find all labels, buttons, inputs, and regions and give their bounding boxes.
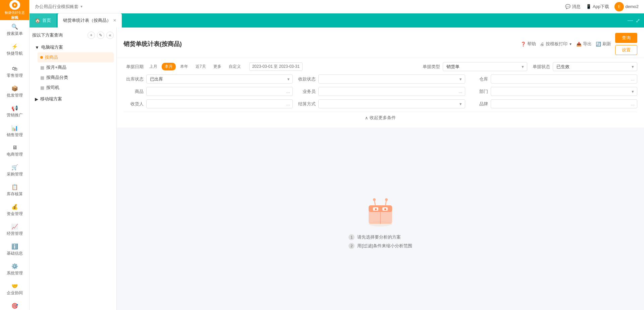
brand-label: 品牌 — [468, 101, 488, 107]
refresh-icon: 🔄 — [596, 42, 601, 47]
payment-select[interactable] — [318, 99, 465, 108]
workspace-label: 办公用品行业模拟账套 — [35, 4, 78, 10]
salesman-input[interactable] — [318, 87, 465, 96]
out-status-select[interactable]: 已出库 — [146, 74, 293, 84]
query-btn[interactable]: 查询 — [615, 33, 637, 43]
sidebar-item-basic[interactable]: ℹ️ 基础信息 — [0, 240, 29, 260]
goods-label: 商品 — [123, 89, 144, 95]
goods-dots-icon[interactable]: … — [286, 89, 290, 94]
collapse-panel-btn[interactable]: « — [106, 32, 114, 39]
svg-line-10 — [385, 200, 386, 205]
help-label: 帮助 — [527, 41, 536, 47]
sidebar-item-ecommerce[interactable]: 🖥 电商管理 — [0, 141, 29, 161]
sidebar-item-finance[interactable]: 💰 资金管理 — [0, 200, 29, 220]
sidebar-item-search[interactable]: 🔍 搜索菜单 — [0, 20, 29, 40]
settings-btn[interactable]: 设置 — [615, 45, 637, 55]
date-tab-more[interactable]: 更多 — [210, 63, 224, 70]
warehouse-dots-icon[interactable]: … — [631, 77, 635, 82]
app-download-btn[interactable]: 📱 App下载 — [586, 4, 609, 10]
user-menu[interactable]: E demo2 — [614, 2, 639, 11]
tree-parent-desktop[interactable]: ▼ 电脑端方案 — [32, 42, 114, 52]
sidebar-item-wholesale[interactable]: 📦 批发管理 — [0, 82, 29, 102]
dept-select[interactable] — [491, 87, 637, 96]
workspace-selector[interactable]: 办公用品行业模拟账套 ▼ — [35, 4, 83, 10]
marketing-icon: 📢 — [11, 105, 18, 111]
salesman-label: 业务员 — [296, 89, 316, 95]
brand-dots-icon[interactable]: … — [631, 102, 635, 106]
stock-icon: 📋 — [11, 184, 18, 190]
collapse-up-icon: ∧ — [365, 115, 368, 120]
date-tab-this-month[interactable]: 本月 — [162, 63, 176, 70]
goods-input[interactable] — [146, 87, 293, 96]
search-icon: 🔍 — [11, 23, 18, 30]
collapse-label: 收起更多条件 — [370, 115, 396, 121]
refresh-btn[interactable]: 🔄 刷新 — [596, 41, 611, 47]
date-range[interactable]: 2023-03-01 至 2023-03-31 — [249, 62, 303, 71]
add-scheme-btn[interactable]: + — [88, 32, 95, 39]
sidebar-item-collab[interactable]: 🤝 企业协同 — [0, 279, 29, 299]
template-print-btn[interactable]: 🖨 按模板打印 ▼ — [540, 41, 572, 47]
date-tab-custom[interactable]: 自定义 — [226, 63, 244, 70]
date-tab-7days[interactable]: 近7天 — [193, 63, 209, 70]
tip-num-2: 2 — [348, 243, 355, 249]
logo-sub: 标账 — [11, 15, 18, 20]
tab-sales-report[interactable]: 销货单统计表（按商品） ✕ — [58, 13, 122, 28]
sidebar-item-retail[interactable]: 🛍 零售管理 — [0, 62, 29, 82]
collect-select[interactable] — [318, 74, 465, 84]
tabbar-actions: — ⤢ — [628, 17, 644, 24]
finance-icon: 💰 — [11, 204, 18, 210]
sidebar-item-guide[interactable]: 🎯 新手引导 — [0, 299, 29, 310]
out-status-select-wrapper: 已出库 ▼ — [146, 74, 293, 84]
date-tab-last-month[interactable]: 上月 — [146, 63, 160, 70]
payment-select-wrapper: ▼ — [318, 99, 465, 108]
sidebar-item-nav[interactable]: ⚡ 快捷导航 — [0, 40, 29, 60]
tab-close-icon[interactable]: ✕ — [113, 18, 116, 23]
tip-text-2: 用[过滤]条件来缩小分析范围 — [357, 243, 412, 249]
date-tab-this-year[interactable]: 本年 — [177, 63, 191, 70]
wholesale-icon: 📦 — [11, 85, 18, 92]
empty-illustration — [360, 189, 400, 229]
collect-select-wrapper: ▼ — [318, 74, 465, 84]
tab-maximize-btn[interactable]: ⤢ — [636, 17, 640, 24]
empty-state: 1 请先选择要分析的方案 2 用[过滤]条件来缩小分析范围 — [117, 127, 644, 310]
empty-tip-1: 1 请先选择要分析的方案 — [348, 234, 412, 240]
message-btn[interactable]: 💬 消息 — [565, 4, 581, 10]
type-select[interactable]: 销货单 — [443, 62, 527, 71]
main-area: 办公用品行业模拟账套 ▼ 💬 消息 📱 App下载 E demo2 🏠 — [30, 0, 644, 310]
tree-item-by-driver[interactable]: ▦ 按司机 — [38, 83, 114, 93]
status-label: 单据状态 — [530, 64, 550, 70]
status-select[interactable]: 已生效 — [553, 62, 637, 71]
tree-item-by-month-goods[interactable]: ▦ 按月+商品 — [38, 62, 114, 72]
sidebar-item-sales[interactable]: 📊 销售管理 — [0, 121, 29, 141]
receiver-input[interactable] — [146, 99, 293, 108]
sidebar-item-purchase[interactable]: 🛒 采购管理 — [0, 161, 29, 180]
edit-scheme-btn[interactable]: ✎ — [97, 32, 104, 39]
system-icon: ⚙️ — [11, 263, 18, 269]
sidebar-item-stock[interactable]: 📋 库存核算 — [0, 180, 29, 200]
tab-minimize-btn[interactable]: — — [628, 17, 633, 23]
tree-parent-mobile[interactable]: ▶ 移动端方案 — [32, 94, 114, 104]
svg-rect-7 — [384, 208, 386, 210]
topbar: 办公用品行业模拟账套 ▼ 💬 消息 📱 App下载 E demo2 — [30, 0, 644, 13]
tree-children-desktop: 按商品 ▦ 按月+商品 ▦ 按商品分类 ▦ 按司机 — [32, 52, 114, 93]
tree-item-label: 按商品分类 — [46, 74, 68, 81]
export-btn[interactable]: 📤 导出 — [576, 41, 592, 47]
brand-input[interactable] — [491, 99, 637, 108]
filter-row-2: 出库状态 已出库 ▼ 收款状态 ▼ — [123, 74, 637, 84]
receiver-dots-icon[interactable]: … — [286, 102, 290, 106]
sidebar-item-label: 电商管理 — [7, 152, 23, 157]
tree-expand-icon: ▼ — [35, 45, 39, 50]
collapse-bar[interactable]: ∧ 收起更多条件 — [123, 112, 637, 123]
sidebar-item-ops[interactable]: 📈 经营管理 — [0, 220, 29, 240]
warehouse-input[interactable] — [491, 74, 637, 84]
tab-home[interactable]: 🏠 首页 — [30, 13, 56, 28]
salesman-dots-icon[interactable]: … — [459, 89, 463, 94]
sidebar-item-marketing[interactable]: 📢 营销推广 — [0, 102, 29, 121]
help-btn[interactable]: ❓ 帮助 — [521, 41, 536, 47]
warehouse-label: 仓库 — [468, 76, 488, 82]
sidebar: 畅捷信好生意 标账 🔍 搜索菜单 ⚡ 快捷导航 🛍 零售管理 📦 批发管理 📢 … — [0, 0, 30, 310]
refresh-label: 刷新 — [602, 41, 611, 47]
sidebar-item-system[interactable]: ⚙️ 系统管理 — [0, 260, 29, 279]
tree-item-by-goods[interactable]: 按商品 — [38, 52, 114, 62]
tree-item-by-category[interactable]: ▦ 按商品分类 — [38, 72, 114, 83]
